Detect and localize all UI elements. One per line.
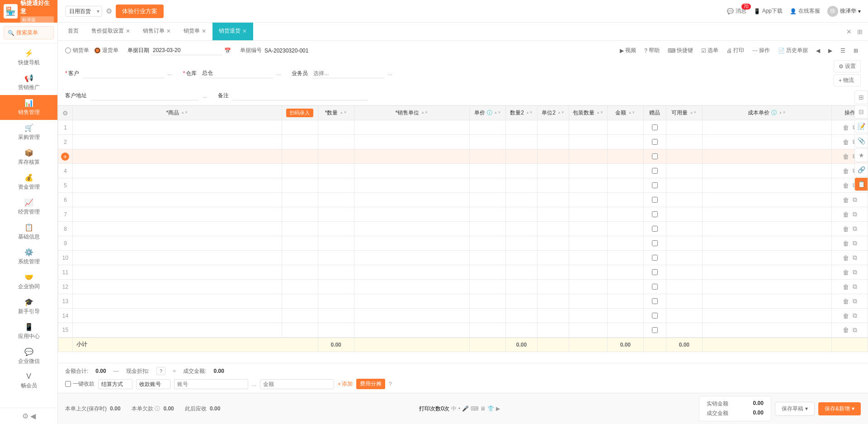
qty2-cell-6[interactable] bbox=[505, 193, 537, 207]
rfloat-collapse-button[interactable]: ⊟ bbox=[854, 105, 868, 119]
qty-cell-11[interactable] bbox=[318, 265, 354, 280]
product-cell-6[interactable] bbox=[73, 193, 282, 207]
account-picker[interactable]: ... bbox=[252, 381, 256, 387]
qty2-cell-1[interactable] bbox=[505, 120, 537, 135]
pack-cell-3[interactable] bbox=[569, 149, 607, 164]
one-click-checkbox[interactable] bbox=[65, 381, 71, 387]
qty2-cell-8[interactable] bbox=[505, 222, 537, 236]
radio-sale-bill-input[interactable] bbox=[65, 48, 71, 53]
add-row-button[interactable]: + bbox=[61, 152, 69, 161]
gift-checkbox-6[interactable] bbox=[652, 197, 658, 203]
avail-cell-2[interactable] bbox=[666, 135, 702, 149]
cost-cell-15[interactable] bbox=[702, 323, 831, 338]
price-cell-12[interactable] bbox=[469, 280, 505, 294]
delete-row-3-button[interactable]: 🗑 bbox=[842, 152, 850, 161]
price-cell-7[interactable] bbox=[469, 207, 505, 222]
unit-cell-6[interactable] bbox=[354, 193, 469, 207]
product-input-7[interactable] bbox=[75, 211, 279, 218]
gift-checkbox-3[interactable] bbox=[652, 153, 658, 159]
price-cell-14[interactable] bbox=[469, 309, 505, 323]
list-view-button[interactable]: ☰ bbox=[838, 46, 848, 55]
cost-sort-icon[interactable]: ▲▼ bbox=[778, 111, 786, 114]
pack-cell-12[interactable] bbox=[569, 280, 607, 294]
price-cell-10[interactable] bbox=[469, 251, 505, 265]
gift-checkbox-15[interactable] bbox=[652, 327, 658, 333]
delete-row-14-button[interactable]: 🗑 bbox=[842, 311, 850, 320]
unit2-cell-6[interactable] bbox=[537, 193, 569, 207]
radio-return-bill-input[interactable] bbox=[94, 48, 100, 53]
shortcut-button[interactable]: ⌨ 快捷键 bbox=[665, 45, 696, 56]
gift-checkbox-7[interactable] bbox=[652, 211, 658, 217]
grid-view-button[interactable]: ⊞ bbox=[851, 46, 861, 55]
unit2-cell-15[interactable] bbox=[537, 323, 569, 338]
print-button[interactable]: 🖨 打印 bbox=[724, 45, 747, 56]
product-input-5[interactable] bbox=[75, 182, 279, 189]
qty-cell-10[interactable] bbox=[318, 251, 354, 265]
customer-picker-button[interactable]: ... bbox=[168, 70, 172, 76]
cost-cell-2[interactable] bbox=[702, 135, 831, 149]
product-cell-12[interactable] bbox=[73, 280, 282, 294]
unit-cell-10[interactable] bbox=[354, 251, 469, 265]
copy-row-12-button[interactable]: ⧉ bbox=[852, 282, 858, 291]
qty2-cell-3[interactable] bbox=[505, 149, 537, 164]
delete-row-7-button[interactable]: 🗑 bbox=[842, 210, 850, 219]
product-sort-icon[interactable]: ▲▼ bbox=[181, 111, 188, 114]
online-service-button[interactable]: 👤 在线客服 bbox=[790, 7, 820, 15]
qty-cell-7[interactable] bbox=[318, 207, 354, 222]
tab-sale-price[interactable]: 售价提取设置 ✕ bbox=[85, 23, 137, 40]
amount-cell-6[interactable] bbox=[607, 193, 643, 207]
delete-row-13-button[interactable]: 🗑 bbox=[842, 296, 850, 306]
cost-cell-12[interactable] bbox=[702, 280, 831, 294]
qty2-sort-icon[interactable]: ▲▼ bbox=[526, 111, 533, 114]
qty-cell-9[interactable] bbox=[318, 236, 354, 251]
unit-cell-4[interactable] bbox=[354, 164, 469, 178]
unit-cell-7[interactable] bbox=[354, 207, 469, 222]
address-picker-button[interactable]: ... bbox=[203, 93, 207, 99]
cost-cell-10[interactable] bbox=[702, 251, 831, 265]
gift-checkbox-12[interactable] bbox=[652, 284, 658, 290]
product-cell-14[interactable] bbox=[73, 309, 282, 323]
avail-cell-9[interactable] bbox=[666, 236, 702, 251]
save-draft-button[interactable]: 保存草稿 ▾ bbox=[775, 402, 815, 416]
gift-checkbox-4[interactable] bbox=[652, 168, 658, 174]
price-cell-13[interactable] bbox=[469, 294, 505, 309]
sidebar-item-appstore[interactable]: 📱 应用中心 bbox=[0, 319, 57, 344]
qty2-cell-4[interactable] bbox=[505, 164, 537, 178]
sidebar-item-shortcut[interactable]: ⚡ 快捷导航 bbox=[0, 45, 57, 70]
delete-row-8-button[interactable]: 🗑 bbox=[842, 224, 850, 233]
sidebar-item-sales[interactable]: 📊 销售管理 bbox=[0, 95, 57, 120]
product-cell-3[interactable] bbox=[73, 149, 282, 164]
price-cell-9[interactable] bbox=[469, 236, 505, 251]
calendar-icon[interactable]: 📅 bbox=[224, 48, 231, 54]
tab-close-sale-order[interactable]: ✕ bbox=[166, 28, 171, 34]
operate-button[interactable]: ⋯ 操作 bbox=[750, 45, 773, 56]
product-cell-7[interactable] bbox=[73, 207, 282, 222]
qty2-cell-2[interactable] bbox=[505, 135, 537, 149]
unit2-cell-10[interactable] bbox=[537, 251, 569, 265]
product-cell-13[interactable] bbox=[73, 294, 282, 309]
form-settings-button[interactable]: ⚙ 设置 bbox=[834, 60, 861, 72]
qty-cell-6[interactable] bbox=[318, 193, 354, 207]
cost-cell-6[interactable] bbox=[702, 193, 831, 207]
copy-row-14-button[interactable]: ⧉ bbox=[852, 311, 858, 320]
industry-select[interactable]: 日用百货 食品 电子 bbox=[65, 6, 102, 17]
qty2-cell-9[interactable] bbox=[505, 236, 537, 251]
history-button[interactable]: 📄 历史单据 bbox=[775, 45, 811, 56]
qty-cell-12[interactable] bbox=[318, 280, 354, 294]
delete-row-2-button[interactable]: 🗑 bbox=[842, 137, 850, 147]
copy-row-9-button[interactable]: ⧉ bbox=[852, 238, 858, 248]
qty2-cell-11[interactable] bbox=[505, 265, 537, 280]
maximize-button[interactable]: ⊞ bbox=[855, 26, 864, 37]
product-cell-11[interactable] bbox=[73, 265, 282, 280]
product-input-2[interactable] bbox=[75, 139, 279, 145]
unit-cell-3[interactable] bbox=[354, 149, 469, 164]
copy-row-8-button[interactable]: ⧉ bbox=[852, 224, 858, 233]
delete-row-10-button[interactable]: 🗑 bbox=[842, 253, 850, 262]
pack-cell-1[interactable] bbox=[569, 120, 607, 135]
unit-cell-15[interactable] bbox=[354, 323, 469, 338]
cost-cell-5[interactable] bbox=[702, 178, 831, 193]
gift-checkbox-5[interactable] bbox=[652, 182, 658, 188]
pack-cell-15[interactable] bbox=[569, 323, 607, 338]
product-input-10[interactable] bbox=[75, 255, 279, 261]
amount-cell-10[interactable] bbox=[607, 251, 643, 265]
